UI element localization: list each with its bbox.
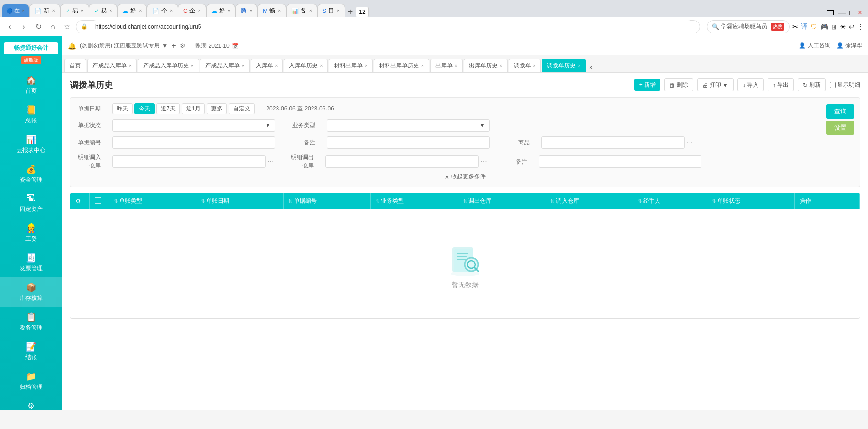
browser-tab-6[interactable]: 📄 个 × — [147, 4, 178, 17]
back-button[interactable]: ‹ — [4, 21, 15, 33]
shield-icon[interactable]: 🛡 — [811, 23, 817, 31]
tab-home[interactable]: 首页 — [64, 59, 86, 72]
tab-finished-goods-in-history[interactable]: 产成品入库单历史 × — [138, 59, 199, 72]
date-1month[interactable]: 近1月 — [182, 103, 205, 114]
browser-tab-10[interactable]: M 畅 × — [257, 4, 286, 17]
sidebar-item-close-period[interactable]: 📝 结账 — [0, 337, 62, 366]
browser-tab-2[interactable]: 📄 新 × — [29, 4, 60, 17]
tab-transfer[interactable]: 调拨单 × — [509, 59, 541, 72]
browser-tab-7[interactable]: C 企 × — [178, 4, 206, 17]
business-type-select[interactable]: ▼ — [327, 119, 490, 132]
user-info[interactable]: 👤 徐泽华 — [836, 42, 862, 50]
home-button[interactable]: ⌂ — [47, 21, 58, 33]
sidebar-item-invoice[interactable]: 🧾 发票管理 — [0, 248, 62, 277]
goods-input[interactable] — [541, 136, 685, 149]
service-link[interactable]: 👤 人工咨询 — [799, 42, 830, 50]
th-business[interactable]: ⇅ 业务类型 — [371, 193, 458, 209]
th-number[interactable]: ⇅ 单据编号 — [283, 193, 371, 209]
scissors-icon[interactable]: ✂ — [792, 23, 798, 31]
th-in-warehouse[interactable]: ⇅ 调入仓库 — [545, 193, 633, 209]
remark-input[interactable] — [327, 136, 490, 149]
bookmark-button[interactable]: ☆ — [61, 21, 73, 33]
maximize-button[interactable]: □ — [849, 9, 854, 17]
th-out-warehouse[interactable]: ⇅ 调出仓库 — [458, 193, 545, 209]
detail-remark-input[interactable] — [539, 155, 701, 168]
refresh-button[interactable]: ↻ 刷新 — [798, 78, 826, 91]
tab-in-order-history[interactable]: 入库单历史 × — [284, 59, 328, 72]
sidebar-item-funds[interactable]: 💰 资金管理 — [0, 159, 62, 189]
browser-tab-4[interactable]: ✓ 易 × — [89, 4, 118, 17]
doc-number-input[interactable] — [112, 136, 275, 149]
th-gear[interactable]: ⚙ — [70, 193, 89, 209]
status-select[interactable]: ▼ — [112, 119, 275, 132]
grid-icon[interactable]: ⊞ — [831, 23, 837, 31]
add-org-button[interactable]: + — [171, 42, 176, 50]
detail-in-more-icon[interactable]: ··· — [267, 157, 274, 166]
close-all-tabs-button[interactable]: × — [589, 64, 593, 72]
settings-filter-button[interactable]: 设置 — [826, 121, 854, 135]
th-type[interactable]: ⇅ 单账类型 — [109, 193, 196, 209]
tab-finished-goods-in-2[interactable]: 产成品入库单 × — [200, 59, 250, 72]
tab-out-order[interactable]: 出库单 × — [430, 59, 463, 72]
sun-icon[interactable]: ☀ — [840, 23, 846, 31]
th-checkbox[interactable] — [89, 193, 109, 209]
sidebar-item-assets[interactable]: 🏗 固定资产 — [0, 189, 62, 218]
export-button[interactable]: ↑ 导出 — [768, 78, 794, 91]
new-tab-button[interactable]: + — [345, 7, 356, 17]
goods-more-icon[interactable]: ··· — [687, 138, 693, 147]
game-icon[interactable]: 🎮 — [820, 23, 828, 31]
select-all-checkbox[interactable] — [95, 197, 101, 204]
query-button[interactable]: 查询 — [826, 104, 854, 119]
th-date[interactable]: ⇅ 单账日期 — [196, 193, 284, 209]
url-input[interactable] — [89, 20, 695, 33]
minimize-button[interactable]: — — [838, 9, 846, 17]
tab-out-order-history[interactable]: 出库单历史 × — [464, 59, 508, 72]
date-7days[interactable]: 近7天 — [156, 103, 180, 114]
sidebar-item-payroll[interactable]: 👷 工资 — [0, 218, 62, 248]
date-today[interactable]: 今天 — [134, 103, 155, 114]
collapse-button[interactable]: ∧ 收起更多条件 — [76, 170, 854, 181]
date-custom[interactable]: 自定义 — [229, 103, 255, 114]
tab-finished-goods-in[interactable]: 产成品入库单 × — [87, 59, 137, 72]
restore-button[interactable]: 🗔 — [826, 9, 834, 17]
sidebar-item-settings[interactable]: ⚙ 基础设置 — [0, 396, 62, 410]
browser-tab-8[interactable]: ☁ 好 × — [206, 4, 236, 17]
browser-tab-3[interactable]: ✓ 易 × — [60, 4, 89, 17]
tab-material-out[interactable]: 材料出库单 × — [329, 59, 373, 72]
forward-button[interactable]: › — [18, 21, 30, 33]
browser-tab-9[interactable]: 腾 × — [235, 4, 257, 17]
sidebar-item-ledger[interactable]: 📒 总账 — [0, 100, 62, 130]
refresh-nav-button[interactable]: ↻ — [33, 21, 44, 33]
print-button[interactable]: 🖨 打印 ▼ — [697, 78, 734, 91]
sidebar-item-inventory[interactable]: 📦 库存核算 — [0, 277, 62, 307]
settings-gear-icon[interactable]: ⚙ — [180, 42, 186, 49]
delete-button[interactable]: 🗑 删除 — [664, 78, 693, 91]
import-button[interactable]: ↓ 导入 — [737, 78, 764, 91]
period-selector[interactable]: 账期 2021-10 📅 — [195, 42, 239, 50]
th-status[interactable]: ⇅ 单账状态 — [707, 193, 795, 209]
browser-tab-12[interactable]: S 目 × — [317, 4, 345, 17]
sidebar-item-reports[interactable]: 📊 云报表中心 — [0, 130, 62, 159]
undo-icon[interactable]: ↩ — [849, 23, 855, 31]
sidebar-item-home[interactable]: 🏠 首页 — [0, 70, 62, 100]
date-more[interactable]: 更多 — [207, 103, 227, 114]
menu-icon[interactable]: ⋮ — [857, 23, 864, 31]
tab-transfer-history[interactable]: 调拨单历史 × — [542, 59, 586, 72]
new-button[interactable]: + 新增 — [634, 79, 660, 91]
th-handler[interactable]: ⇅ 经手人 — [633, 193, 707, 209]
close-window-button[interactable]: × — [858, 9, 862, 17]
browser-tab-11[interactable]: 📊 各 × — [286, 4, 317, 17]
display-toggle[interactable]: 显示明细 — [830, 81, 860, 89]
detail-out-more-icon[interactable]: ··· — [480, 157, 487, 166]
detail-out-warehouse-input[interactable] — [325, 155, 479, 168]
browser-tab-5[interactable]: ☁ 好 × — [117, 4, 147, 17]
detail-in-warehouse-input[interactable] — [112, 155, 266, 168]
tab-material-out-history[interactable]: 材料出库单历史 × — [374, 59, 429, 72]
org-selector[interactable]: (勿删勿禁用) 江西服宝测试专用 ▼ — [80, 42, 167, 50]
display-checkbox[interactable] — [830, 82, 836, 88]
date-yesterday[interactable]: 昨天 — [112, 103, 133, 114]
translate-icon[interactable]: 译 — [801, 22, 808, 31]
tab-in-order[interactable]: 入库单 × — [251, 59, 283, 72]
sidebar-item-archive[interactable]: 📁 归档管理 — [0, 366, 62, 396]
search-box[interactable]: 🔍 学霸应聘场驱鸟员 热搜 — [707, 20, 790, 33]
